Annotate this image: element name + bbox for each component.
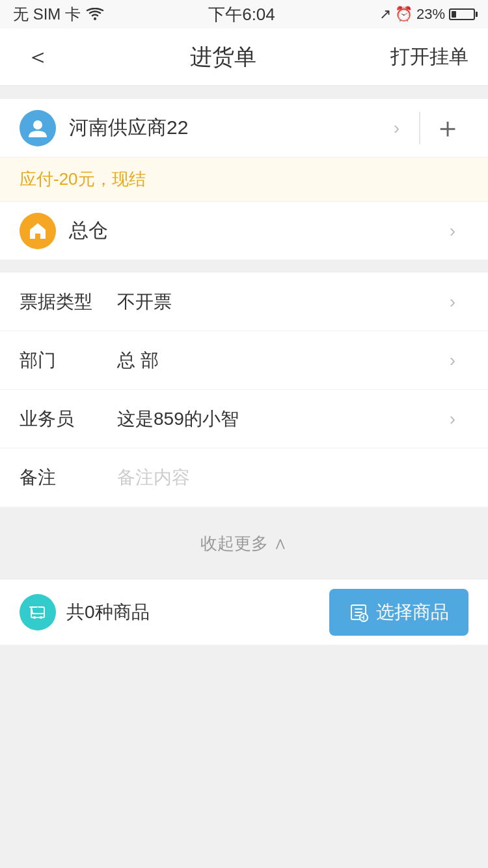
bottom-bar: 共0种商品 选择商品 xyxy=(0,580,488,645)
house-icon xyxy=(27,221,48,241)
add-supplier-button[interactable]: ＋ xyxy=(427,109,468,147)
battery-icon xyxy=(449,8,475,20)
invoice-type-label: 票据类型 xyxy=(20,290,111,314)
cart-icon xyxy=(27,602,48,623)
remark-row[interactable]: 备注 备注内容 xyxy=(0,448,488,507)
svg-point-4 xyxy=(40,616,42,619)
status-bar: 无 SIM 卡 下午6:04 ↗ ⏰ 23% xyxy=(0,0,488,29)
salesman-label: 业务员 xyxy=(20,407,111,431)
open-pending-button[interactable]: 打开挂单 xyxy=(390,44,468,70)
battery-percent: 23% xyxy=(416,6,445,23)
nav-bar: ＜ 进货单 打开挂单 xyxy=(0,29,488,86)
department-chevron-icon: › xyxy=(450,350,455,371)
department-row[interactable]: 部门 总 部 › xyxy=(0,331,488,390)
page-background xyxy=(0,645,488,840)
select-product-label: 选择商品 xyxy=(376,600,449,625)
collapse-label: 收起更多 ∧ xyxy=(200,532,287,555)
status-indicators: ↗ ⏰ 23% xyxy=(379,6,475,23)
svg-point-1 xyxy=(33,120,42,129)
wifi-icon xyxy=(86,8,104,21)
supplier-avatar xyxy=(20,110,56,146)
person-icon xyxy=(26,116,49,140)
select-product-icon xyxy=(349,603,368,622)
product-count-text: 共0种商品 xyxy=(66,600,150,625)
status-time: 下午6:04 xyxy=(208,3,275,26)
department-value: 总 部 xyxy=(117,348,450,373)
remark-label: 备注 xyxy=(20,465,111,490)
alarm-icon: ⏰ xyxy=(395,6,413,23)
salesman-value: 这是859的小智 xyxy=(117,407,450,431)
invoice-type-chevron-icon: › xyxy=(450,292,455,312)
warehouse-chevron-icon: › xyxy=(450,221,455,241)
collapse-button[interactable]: 收起更多 ∧ xyxy=(0,520,488,567)
product-count-area: 共0种商品 xyxy=(20,594,150,631)
select-product-button[interactable]: 选择商品 xyxy=(329,589,468,636)
back-button[interactable]: ＜ xyxy=(20,34,56,79)
section-gap-1 xyxy=(0,86,488,99)
remark-input[interactable]: 备注内容 xyxy=(117,465,468,490)
warehouse-icon xyxy=(20,213,56,249)
product-icon xyxy=(20,594,56,631)
supplier-chevron-icon: › xyxy=(394,118,400,139)
invoice-type-value: 不开票 xyxy=(117,290,450,314)
supplier-name: 河南供应商22 xyxy=(69,115,394,141)
form-section: 票据类型 不开票 › 部门 总 部 › 业务员 这是859的小智 › 备注 备注… xyxy=(0,273,488,507)
status-carrier: 无 SIM 卡 xyxy=(13,4,104,25)
carrier-text: 无 SIM 卡 xyxy=(13,4,81,25)
supplier-section: 河南供应商22 › ＋ 应付-20元，现结 总仓 › xyxy=(0,99,488,260)
warehouse-name: 总仓 xyxy=(69,217,450,244)
supplier-row[interactable]: 河南供应商22 › ＋ xyxy=(0,99,488,157)
warehouse-row[interactable]: 总仓 › xyxy=(0,201,488,260)
svg-point-3 xyxy=(33,616,36,619)
department-label: 部门 xyxy=(20,348,111,373)
location-icon: ↗ xyxy=(379,6,391,23)
supplier-notice: 应付-20元，现结 xyxy=(0,157,488,201)
supplier-divider xyxy=(419,112,420,144)
salesman-chevron-icon: › xyxy=(450,409,455,429)
page-title: 进货单 xyxy=(190,42,256,72)
salesman-row[interactable]: 业务员 这是859的小智 › xyxy=(0,390,488,448)
invoice-type-row[interactable]: 票据类型 不开票 › xyxy=(0,273,488,331)
svg-point-0 xyxy=(94,18,96,20)
